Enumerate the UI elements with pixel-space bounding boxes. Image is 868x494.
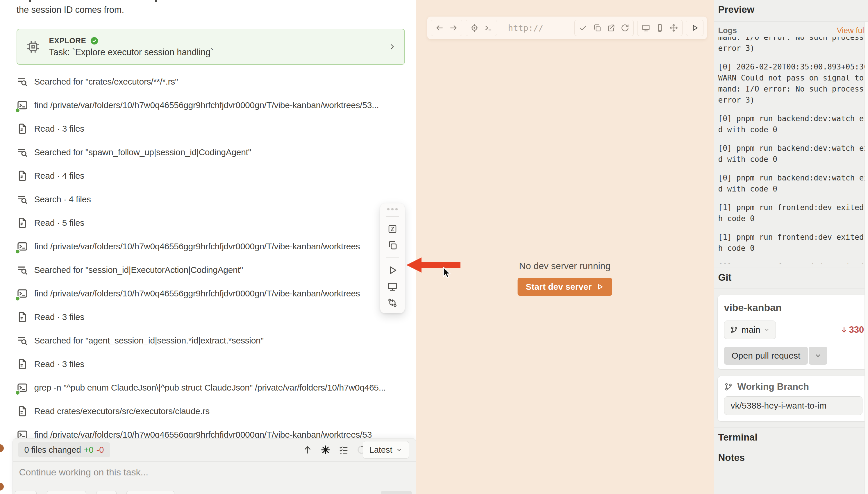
confirm-url-button[interactable] [579, 23, 587, 32]
scrollbar[interactable] [865, 22, 868, 494]
divider [714, 448, 868, 448]
refresh-button[interactable] [621, 23, 629, 32]
page-action-group [574, 20, 634, 36]
file-icon [17, 358, 28, 370]
terminal-section-header[interactable]: Terminal [718, 432, 757, 443]
toolbar-button-stub[interactable] [96, 491, 117, 494]
latest-dropdown[interactable]: Latest [363, 441, 409, 459]
activity-label: find /private/var/folders/10/h7w0q46556g… [34, 100, 379, 110]
activity-item[interactable]: Read crates/executors/src/executors/clau… [17, 399, 406, 423]
search-icon [17, 147, 28, 158]
file-icon [17, 123, 28, 135]
mobile-viewport-button[interactable] [656, 23, 664, 32]
assistant-message: the session ID comes from. [17, 5, 124, 15]
files-changed-chip: 0 files changed +0 -0 [18, 442, 111, 457]
activity-item[interactable]: Searched for "spawn_follow_up|session_id… [17, 140, 406, 164]
no-server-message: No dev server running [416, 261, 714, 271]
explore-task-text: Task: `Explore executor session handling… [49, 47, 214, 58]
play-button[interactable] [691, 23, 699, 32]
dev-preview-pane: http:// No dev server running Start dev … [416, 0, 714, 494]
drag-handle[interactable] [387, 208, 398, 210]
search-icon [17, 264, 28, 276]
scroll-to-top-button[interactable] [303, 445, 313, 455]
notes-section-header[interactable]: Notes [718, 452, 745, 463]
divider [714, 288, 868, 289]
conversation-panel: the session ID comes from. EXPLORE Task:… [13, 0, 416, 494]
activity-item[interactable]: Read · 5 files [17, 211, 406, 234]
send-button-stub[interactable] [381, 491, 412, 494]
terminal-prompt-icon[interactable] [484, 23, 493, 32]
activity-item[interactable]: Searched for "agent_session_id|session.*… [17, 329, 406, 352]
run-group [686, 20, 703, 36]
activity-item[interactable]: Read · 4 files [17, 164, 406, 187]
search-icon [17, 76, 28, 88]
activity-label: Read · 3 files [34, 312, 84, 322]
explore-card-body: EXPLORE Task: `Explore executor session … [49, 36, 214, 58]
activity-item[interactable]: Searched for "crates/executors/**/*.rs" [17, 70, 406, 93]
working-branch-value[interactable]: vk/5388-hey-i-want-to-im [724, 396, 863, 415]
file-icon [17, 405, 28, 417]
divider [714, 427, 868, 428]
open-pull-request-button[interactable]: Open pull request [724, 347, 808, 365]
terminal-icon [17, 382, 28, 394]
back-button[interactable] [435, 23, 444, 32]
activity-label: Searched for "crates/executors/**/*.rs" [34, 77, 178, 87]
log-entry: [1] pnpm run frontend:dev exitedh code 0 [718, 261, 865, 264]
desktop-preview-button[interactable] [387, 281, 398, 292]
view-full-logs-link[interactable]: View full l [837, 26, 868, 35]
play-dev-server-button[interactable] [386, 264, 398, 276]
snapshot-icon[interactable] [387, 224, 398, 234]
explore-label: EXPLORE [49, 36, 86, 45]
viewport-group [637, 20, 682, 36]
divider [714, 268, 868, 268]
activity-item[interactable]: Read · 3 files [17, 117, 406, 140]
terminal-icon [17, 241, 28, 252]
activity-item[interactable]: find /private/var/folders/10/h7w0q46556g… [17, 93, 406, 117]
clipped-text-line [30, 0, 31, 2]
locate-icon[interactable] [470, 23, 479, 32]
git-branch-icon [730, 326, 738, 334]
move-tool-button[interactable] [669, 23, 678, 32]
dev-server-logs[interactable]: mand: I/O error: No such processerror 3)… [718, 37, 865, 264]
clipped-avatar [0, 483, 4, 491]
toolbar-button-stub[interactable] [15, 491, 37, 494]
git-branch-icon [724, 382, 733, 391]
nav-button-group [431, 20, 462, 36]
base-branch-dropdown[interactable]: main [724, 321, 776, 339]
search-icon [17, 193, 28, 205]
file-icon [17, 217, 28, 229]
activity-item[interactable]: Search · 4 files [17, 187, 406, 211]
followup-input[interactable]: Continue working on this task... [19, 467, 149, 478]
url-input[interactable]: http:// [508, 23, 544, 33]
desktop-viewport-button[interactable] [642, 23, 650, 32]
checklist-icon[interactable] [339, 445, 348, 455]
activity-list: Searched for "crates/executors/**/*.rs" … [17, 70, 406, 446]
chevron-right-icon [388, 43, 396, 51]
files-changed-label: 0 files changed [24, 445, 81, 455]
activity-item[interactable]: find /private/var/folders/10/h7w0q46556g… [17, 282, 406, 305]
play-icon [596, 283, 604, 291]
spark-icon[interactable] [321, 445, 331, 455]
lines-removed: -0 [96, 445, 104, 455]
divider [386, 216, 399, 217]
terminal-icon [17, 99, 28, 111]
copy-icon[interactable] [387, 240, 398, 250]
start-dev-server-label: Start dev server [526, 282, 592, 292]
open-external-button[interactable] [607, 23, 616, 32]
git-compare-button[interactable] [387, 298, 398, 308]
forward-button[interactable] [449, 23, 458, 32]
logs-label: Logs [718, 26, 737, 35]
activity-label: Searched for "spawn_follow_up|session_id… [34, 147, 251, 157]
activity-item[interactable]: Searched for "session_id|ExecutorAction|… [17, 258, 406, 282]
toolbar-button-stub[interactable] [127, 491, 174, 494]
activity-item[interactable]: Read · 3 files [17, 305, 406, 329]
start-dev-server-button[interactable]: Start dev server [518, 278, 612, 296]
explore-task-card[interactable]: EXPLORE Task: `Explore executor session … [17, 29, 405, 65]
activity-item[interactable]: Read · 3 files [17, 352, 406, 376]
activity-item[interactable]: find /private/var/folders/10/h7w0q46556g… [17, 234, 406, 258]
toolbar-button-stub[interactable] [47, 491, 86, 494]
copy-url-button[interactable] [593, 23, 601, 32]
activity-item[interactable]: grep -n "^pub enum ClaudeJson\|^pub stru… [17, 376, 406, 399]
activity-label: Searched for "agent_session_id|session.*… [34, 336, 264, 345]
pr-options-dropdown[interactable] [809, 347, 827, 365]
